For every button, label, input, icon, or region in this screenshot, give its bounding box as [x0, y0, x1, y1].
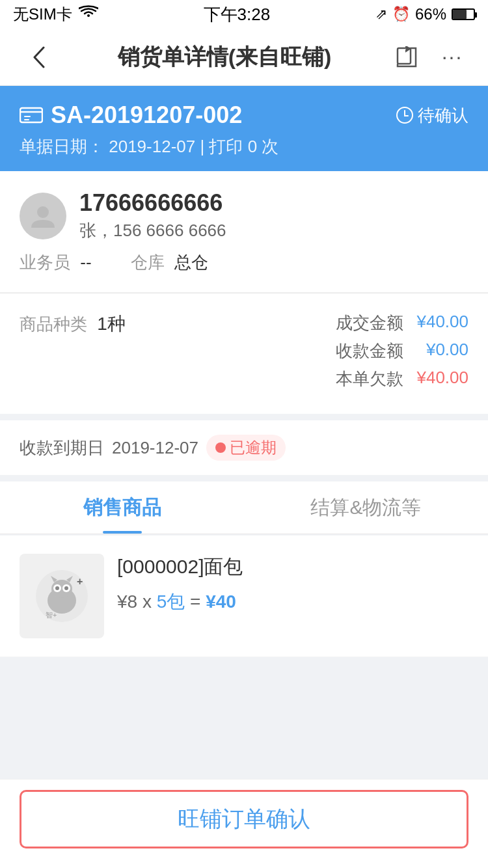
product-thumbnail: + 智+ — [20, 554, 104, 638]
svg-point-11 — [55, 586, 59, 590]
alarm-icon: ⏰ — [392, 6, 410, 23]
svg-text:+: + — [77, 576, 83, 587]
order-banner: SA-20191207-002 待确认 单据日期： 2019-12-07 | 打… — [0, 86, 488, 171]
salesperson-item: 业务员 -- — [20, 251, 92, 274]
order-status: 待确认 — [396, 104, 468, 127]
due-section: 收款到期日 2019-12-07 已逾期 — [0, 420, 488, 481]
overdue-badge: 已逾期 — [206, 435, 286, 461]
product-name: [0000002]面包 — [117, 554, 468, 580]
customer-name: 张，156 6666 6666 — [79, 219, 226, 242]
svg-rect-0 — [398, 48, 411, 64]
product-section: + 智+ [0000002]面包 ¥8 x 5包 = ¥40 — [0, 536, 488, 657]
product-item: + 智+ [0000002]面包 ¥8 x 5包 = ¥40 — [0, 536, 488, 657]
summary-right: 成交金额 ¥40.00 收款金额 ¥0.00 本单欠款 ¥40.00 — [336, 312, 468, 396]
tab-settlement[interactable]: 结算&物流等 — [244, 481, 488, 534]
customer-section: 17666666666 张，156 6666 6666 业务员 -- 仓库 总仓 — [0, 171, 488, 293]
status-left: 无SIM卡 — [13, 4, 98, 25]
page-title: 销货单详情(来自旺铺) — [118, 42, 332, 72]
svg-point-3 — [37, 206, 49, 218]
location-icon: ⇗ — [375, 6, 387, 23]
product-info: [0000002]面包 ¥8 x 5包 = ¥40 — [117, 554, 468, 638]
nav-bar: 销货单详情(来自旺铺) ··· — [0, 29, 488, 86]
order-date: 单据日期： 2019-12-07 | 打印 0 次 — [20, 135, 468, 158]
nav-actions: ··· — [390, 41, 468, 74]
product-price: ¥8 x 5包 = ¥40 — [117, 590, 468, 614]
warehouse-item: 仓库 总仓 — [131, 251, 208, 274]
more-button[interactable]: ··· — [436, 41, 468, 74]
status-time: 下午3:28 — [204, 3, 271, 26]
summary-section: 商品种类 1种 成交金额 ¥40.00 收款金额 ¥0.00 本单欠款 ¥40.… — [0, 293, 488, 420]
svg-text:智+: 智+ — [46, 611, 57, 619]
back-button[interactable] — [20, 38, 59, 77]
battery-percent: 66% — [415, 5, 446, 23]
customer-phone: 17666666666 — [79, 189, 226, 217]
svg-rect-1 — [20, 108, 42, 122]
overdue-dot-icon — [215, 442, 226, 453]
status-right: ⇗ ⏰ 66% — [375, 5, 475, 23]
wifi-icon — [79, 5, 98, 23]
confirm-order-button[interactable]: 旺铺订单确认 — [20, 790, 468, 848]
order-id: SA-20191207-002 — [20, 102, 242, 129]
tabs-section: 销售商品 结算&物流等 — [0, 481, 488, 534]
avatar — [20, 193, 66, 239]
carrier-label: 无SIM卡 — [13, 4, 72, 25]
battery-icon — [452, 8, 475, 20]
share-button[interactable] — [390, 41, 423, 74]
status-bar: 无SIM卡 下午3:28 ⇗ ⏰ 66% — [0, 0, 488, 29]
svg-point-12 — [64, 586, 68, 590]
empty-area — [0, 657, 488, 787]
tab-sales-products[interactable]: 销售商品 — [0, 481, 244, 534]
bottom-bar: 旺铺订单确认 — [0, 779, 488, 868]
